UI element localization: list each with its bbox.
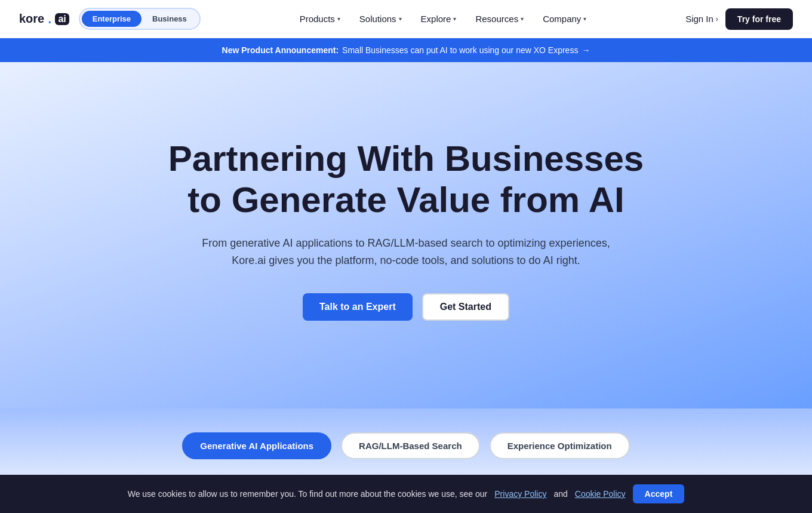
nav-explore[interactable]: Explore ▾ [414,9,464,29]
navbar-center: Products ▾ Solutions ▾ Explore ▾ Resourc… [293,9,594,29]
cookie-banner: We use cookies to allow us to remember y… [0,475,812,513]
privacy-policy-link[interactable]: Privacy Policy [494,489,546,499]
tab-row: Generative AI Applications RAG/LLM-Based… [182,432,629,459]
chevron-down-icon: ▾ [453,16,456,22]
tab-rag-llm[interactable]: RAG/LLM-Based Search [341,432,480,459]
accept-cookies-button[interactable]: Accept [633,484,685,503]
logo[interactable]: kore.ai [19,11,69,27]
cookie-and-text: and [553,489,567,499]
talk-to-expert-button[interactable]: Talk to an Expert [303,293,413,321]
toggle-business[interactable]: Business [142,11,198,27]
logo-ai-badge: ai [55,13,69,25]
hero-title: Partnering With Businesses to Generate V… [168,138,644,220]
nav-resources[interactable]: Resources ▾ [468,9,531,29]
sign-in-link[interactable]: Sign In › [685,14,718,24]
logo-text: kore [19,12,44,26]
announcement-bar[interactable]: New Product Announcement: Small Business… [0,38,812,62]
announcement-text: Small Businesses can put AI to work usin… [342,45,578,55]
chevron-down-icon: ▾ [399,16,402,22]
chevron-right-icon: › [716,15,718,23]
hero-subtitle: From generative AI applications to RAG/L… [197,235,615,269]
hero-section: Partnering With Businesses to Generate V… [0,62,812,408]
tab-experience-opt[interactable]: Experience Optimization [490,432,630,459]
navbar-left: kore.ai Enterprise Business [19,8,201,30]
nav-company[interactable]: Company ▾ [536,9,593,29]
toggle-enterprise[interactable]: Enterprise [82,11,142,27]
navbar: kore.ai Enterprise Business Products ▾ S… [0,0,812,38]
cookie-text: We use cookies to allow us to remember y… [128,489,488,499]
toggle-group: Enterprise Business [79,8,201,30]
cookie-policy-link[interactable]: Cookie Policy [575,489,626,499]
chevron-down-icon: ▾ [583,16,586,22]
announcement-arrow-icon: → [582,45,590,55]
chevron-down-icon: ▾ [521,16,524,22]
nav-solutions[interactable]: Solutions ▾ [352,9,409,29]
tab-generative-ai[interactable]: Generative AI Applications [182,432,331,459]
get-started-button[interactable]: Get Started [422,293,509,321]
hero-buttons: Talk to an Expert Get Started [303,293,509,321]
chevron-down-icon: ▾ [337,16,340,22]
announcement-bold: New Product Announcement: [222,45,339,55]
logo-dot: . [48,11,51,27]
try-free-button[interactable]: Try for free [725,8,793,30]
nav-products[interactable]: Products ▾ [293,9,347,29]
navbar-right: Sign In › Try for free [685,8,793,30]
